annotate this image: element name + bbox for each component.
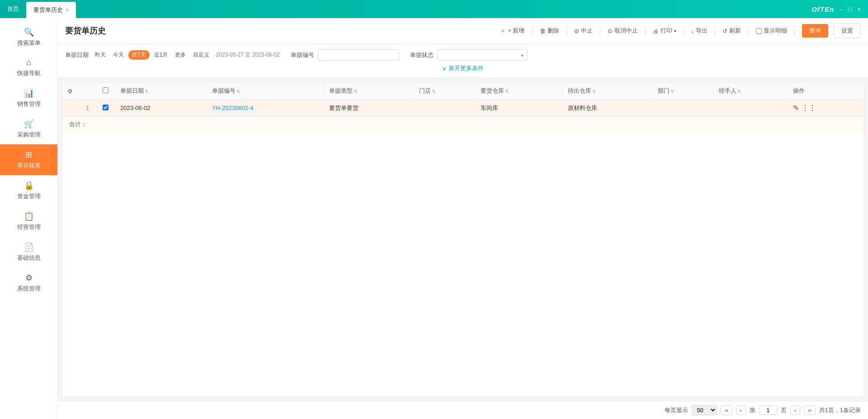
- row-actions: ✎ ⋮⋮: [793, 104, 858, 112]
- summary-label: 合计：: [69, 120, 87, 129]
- basic-info-icon: 📄: [24, 242, 34, 252]
- sidebar-item-search-menu[interactable]: 🔍 搜索菜单: [0, 22, 57, 52]
- inventory-icon: ⊞: [25, 150, 32, 160]
- th-order-type[interactable]: 单据类型⇅: [323, 82, 414, 100]
- ops-icon: 📋: [24, 211, 34, 221]
- window-maximize[interactable]: □: [849, 6, 852, 13]
- td-store: [414, 100, 475, 116]
- cancel-pause-icon: ⊙: [608, 28, 613, 34]
- sidebar-item-label: 资金管理: [17, 192, 41, 200]
- th-req-warehouse[interactable]: 要货仓库⇅: [475, 82, 562, 100]
- order-no-filter-group: 单据编号: [291, 49, 399, 61]
- export-button[interactable]: ↓ 导出: [691, 27, 708, 35]
- date-opt-more[interactable]: 更多: [172, 50, 189, 60]
- date-opt-today[interactable]: 今天: [110, 50, 127, 60]
- per-page-select[interactable]: 10 20 50 100: [692, 405, 717, 415]
- th-settings[interactable]: ⚙: [62, 82, 79, 100]
- finance-icon: 🔒: [24, 181, 34, 190]
- order-no-input[interactable]: [318, 49, 399, 61]
- print-button[interactable]: 🖨 打印 ▾: [653, 27, 676, 35]
- td-settings: [62, 100, 79, 116]
- td-dept: [652, 100, 713, 116]
- sidebar-item-finance-mgmt[interactable]: 🔒 资金管理: [0, 175, 57, 206]
- status-select[interactable]: [437, 49, 528, 61]
- td-pending-warehouse: 原材料仓库: [562, 100, 652, 116]
- search-menu-icon: 🔍: [24, 27, 34, 37]
- th-pending-warehouse[interactable]: 待出仓库⇅: [562, 82, 652, 100]
- select-all-checkbox[interactable]: [103, 87, 108, 93]
- content: 要货单历史 ＋ + 新增 🗑 删除 ⊘ 中止 ⊙: [58, 18, 868, 419]
- sidebar-item-inventory[interactable]: ⊞ 库存核算: [0, 144, 57, 175]
- sidebar-item-label: 销售管理: [17, 100, 41, 108]
- settings-button[interactable]: 设置: [834, 24, 861, 38]
- delete-button[interactable]: 🗑 删除: [540, 27, 559, 35]
- th-store[interactable]: 门店⇅: [414, 82, 475, 100]
- sidebar-item-quick-nav[interactable]: ⌂ 快捷导航: [0, 52, 57, 83]
- date-options: 昨天 今天 近7天 近1月 更多 自定义: [92, 50, 212, 60]
- status-label: 单据状态: [410, 51, 434, 59]
- pause-label: 中止: [581, 27, 593, 35]
- edit-row-icon[interactable]: ✎: [793, 104, 799, 112]
- close-tab-icon[interactable]: ×: [66, 7, 69, 13]
- sidebar-item-sales-mgmt[interactable]: 📊 销售管理: [0, 83, 57, 114]
- th-check[interactable]: [97, 82, 115, 100]
- sidebar-item-purchase-mgmt[interactable]: 🛒 采购管理: [0, 114, 57, 144]
- sidebar-item-ops-mgmt[interactable]: 📋 经营管理: [0, 206, 57, 237]
- th-date[interactable]: 单据日期⇅: [115, 82, 207, 100]
- td-check[interactable]: [97, 100, 115, 116]
- td-order-no[interactable]: YH-20230602-4: [206, 100, 323, 116]
- page-title: 要货单历史: [65, 25, 500, 36]
- cancel-pause-button[interactable]: ⊙ 取消中止: [608, 27, 638, 35]
- print-icon: 🖨: [653, 28, 659, 34]
- print-chevron-icon: ▾: [674, 29, 676, 33]
- sys-icon: ⚙: [25, 273, 33, 283]
- sidebar-item-label: 基础信息: [17, 254, 41, 262]
- sidebar-item-basic-info[interactable]: 📄 基础信息: [0, 237, 57, 267]
- th-handler[interactable]: 经手人⇅: [713, 82, 788, 100]
- data-table: ⚙ 单据日期⇅ 单据编号⇅ 单据类型⇅ 门店⇅ 要货仓库⇅ 待出仓库⇅ 部门⇅ …: [62, 82, 864, 116]
- sidebar-item-sys-mgmt[interactable]: ⚙ 系统管理: [0, 267, 57, 298]
- print-label: 打印: [660, 27, 672, 35]
- row-checkbox[interactable]: [103, 105, 108, 110]
- active-tab-label: 要货单历史: [33, 6, 63, 14]
- new-icon: ＋: [500, 27, 506, 35]
- date-opt-7days[interactable]: 近7天: [128, 50, 150, 60]
- per-page-label: 每页显示: [665, 406, 688, 414]
- th-dept[interactable]: 部门⇅: [652, 82, 713, 100]
- date-opt-1month[interactable]: 近1月: [151, 50, 171, 60]
- new-label: + 新增: [508, 27, 524, 35]
- status-select-wrap: [437, 49, 528, 61]
- next-page-button[interactable]: ›: [790, 405, 800, 415]
- expand-more-button[interactable]: ∨ 展开更多条件: [65, 64, 861, 72]
- date-opt-yesterday[interactable]: 昨天: [92, 50, 108, 60]
- first-page-button[interactable]: «: [721, 405, 732, 415]
- last-page-button[interactable]: »: [804, 405, 815, 415]
- table-row: 1 2023-06-02 YH-20230602-4 要货单要货 车间库 原材料…: [62, 100, 864, 116]
- more-row-icon[interactable]: ⋮⋮: [802, 104, 816, 112]
- refresh-icon: ↺: [722, 28, 727, 34]
- expand-icon: ∨: [442, 65, 447, 72]
- date-filter-group: 单据日期 昨天 今天 近7天 近1月 更多 自定义 2023-05-27 至 2…: [65, 50, 280, 60]
- refresh-button[interactable]: ↺ 刷新: [722, 27, 741, 35]
- th-order-no[interactable]: 单据编号⇅: [206, 82, 323, 100]
- date-opt-custom[interactable]: 自定义: [190, 50, 212, 60]
- new-button[interactable]: ＋ + 新增: [500, 27, 524, 35]
- td-num: 1: [79, 100, 97, 116]
- prev-page-button[interactable]: ‹: [736, 405, 746, 415]
- window-minimize[interactable]: –: [840, 6, 843, 13]
- display-detail-checkbox[interactable]: [756, 28, 762, 34]
- sidebar-item-label: 采购管理: [17, 131, 41, 139]
- window-close[interactable]: ×: [857, 6, 861, 13]
- page-input[interactable]: [759, 405, 777, 415]
- sidebar-item-label: 库存核算: [17, 162, 41, 170]
- pause-button[interactable]: ⊘ 中止: [574, 27, 593, 35]
- table-area: ⚙ 单据日期⇅ 单据编号⇅ 单据类型⇅ 门店⇅ 要货仓库⇅ 待出仓库⇅ 部门⇅ …: [61, 82, 864, 397]
- expand-label: 展开更多条件: [448, 64, 484, 72]
- tab-home[interactable]: 首页: [0, 0, 26, 18]
- query-button[interactable]: 查询: [802, 24, 828, 38]
- th-actions: 操作: [788, 82, 864, 100]
- quick-nav-icon: ⌂: [26, 58, 31, 67]
- top-bar: 首页 要货单历史 × OfTEn – □ ×: [0, 0, 868, 18]
- tab-active[interactable]: 要货单历史 ×: [26, 2, 76, 18]
- sidebar-item-label: 系统管理: [17, 285, 41, 293]
